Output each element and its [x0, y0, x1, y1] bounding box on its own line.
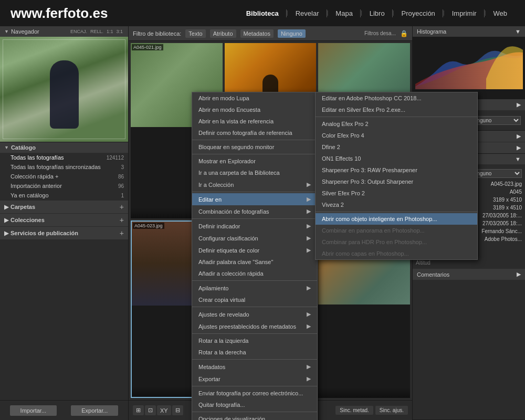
menu-lock-monitor[interactable]: Bloquear en segundo monitor	[192, 141, 317, 153]
menu-open-ref[interactable]: Abrir en la vista de referencia	[192, 116, 317, 127]
filter-none-btn[interactable]: Ninguno	[278, 29, 306, 38]
comments-header[interactable]: Comentarios ▶	[413, 269, 525, 280]
histogram-svg	[413, 37, 525, 89]
sync-ajus-btn[interactable]: Sinc. ajus.	[375, 406, 408, 415]
survey-view-btn[interactable]: ⊟	[172, 405, 183, 415]
main-nav: Biblioteca | Revelar | Mapa | Libro | Pr…	[239, 9, 514, 17]
menu-go-collection[interactable]: Ir a Colección ▶	[192, 178, 317, 191]
catalog-section: ▼ Catálogo Todas las fotografías 124112 …	[0, 142, 128, 400]
histogram-panel: Histograma ▼	[413, 26, 525, 99]
menu-meta-presets[interactable]: Ajustes preestablecidos de metadatos ▶	[192, 320, 317, 332]
menu-rotate-left[interactable]: Rotar a la izquierda	[192, 335, 317, 346]
submenu-silver-efex[interactable]: Editar en Silver Efex Pro 2.exe...	[316, 104, 477, 116]
submenu-analog[interactable]: Analog Efex Pro 2	[316, 118, 477, 130]
catalog-synced[interactable]: Todas las fotografías sincronizadas 3	[0, 162, 128, 172]
navigator-preview	[0, 37, 128, 142]
folders-add-btn[interactable]: +	[120, 203, 124, 211]
catalog-quick[interactable]: Colección rápida + 86	[0, 172, 128, 181]
catalog-previous[interactable]: Importación anterior 96	[0, 181, 128, 191]
navigator-section: ▼ Navegador ENCAJ. RELL. 1:1 3:1	[0, 26, 128, 142]
nav-libro[interactable]: Libro	[362, 9, 393, 17]
collections-add-btn[interactable]: +	[120, 216, 124, 224]
catalog-in-catalog[interactable]: Ya en catálogo 1	[0, 191, 128, 200]
menu-create-virtual[interactable]: Crear copia virtual	[192, 294, 317, 306]
arrow-icon-develop: ▶	[307, 311, 311, 318]
zoom-controls: ENCAJ. RELL. 1:1 3:1	[69, 29, 124, 34]
grid-view-btn[interactable]: ⊞	[133, 405, 144, 415]
filter-metadata-btn[interactable]: Metadatos	[240, 29, 274, 38]
left-panel: ▼ Navegador ENCAJ. RELL. 1:1 3:1	[0, 26, 129, 420]
submenu-smart-object[interactable]: Abrir como objeto inteligente en Photosh…	[316, 213, 477, 225]
nav-mapa[interactable]: Mapa	[328, 9, 361, 17]
menu-remove-photo[interactable]: Quitar fotografía...	[192, 399, 317, 411]
nav-biblioteca[interactable]: Biblioteca	[239, 9, 287, 17]
catalog-header[interactable]: ▼ Catálogo	[0, 142, 128, 153]
metadata-icon: ▼	[515, 156, 521, 162]
submenu-sharpener-output[interactable]: Sharpener Pro 3: Output Sharpener	[316, 176, 477, 187]
histogram-header[interactable]: Histograma ▼	[413, 26, 525, 37]
submenu-dfine[interactable]: Dfine 2	[316, 141, 477, 153]
menu-edit-in[interactable]: Editar en ▶	[192, 193, 317, 205]
catalog-all-photos[interactable]: Todas las fotografías 124112	[0, 153, 128, 162]
sep-3	[192, 192, 317, 192]
menu-add-keyword[interactable]: Añadir palabra clave "Sanse"	[192, 256, 317, 268]
nav-web[interactable]: Web	[486, 9, 515, 17]
filter-text-btn[interactable]: Texto	[185, 29, 205, 38]
menu-send-email[interactable]: Enviar fotografía por correo electrónico…	[192, 387, 317, 399]
sync-meta-btn[interactable]: Sinc. metad.	[335, 406, 373, 415]
menu-define-color[interactable]: Definir etiqueta de color ▶	[192, 244, 317, 256]
photo-label-1: A045-021.jpg	[132, 44, 163, 50]
navigator-header[interactable]: ▼ Navegador ENCAJ. RELL. 1:1 3:1	[0, 26, 128, 37]
publish-header[interactable]: ▶ Servicios de publicación +	[0, 227, 128, 239]
histogram-canvas	[413, 37, 525, 89]
sep-7	[192, 333, 317, 334]
zoom-3-1[interactable]: 3:1	[115, 29, 124, 34]
menu-metadata[interactable]: Metadatos ▶	[192, 361, 317, 373]
sep-5	[192, 280, 317, 281]
publish-add-btn[interactable]: +	[120, 229, 124, 237]
filters-desc: Filtros desa...	[364, 30, 396, 36]
nav-imprimir[interactable]: Imprimir	[445, 9, 485, 17]
zoom-1-1[interactable]: 1:1	[106, 29, 114, 34]
bottom-buttons: Importar... Exportar...	[0, 400, 128, 420]
photo-label-4: A045-023.jpg	[133, 223, 164, 229]
filter-attribute-btn[interactable]: Atributo	[210, 29, 236, 38]
menu-rotate-right[interactable]: Rotar a la derecha	[192, 346, 317, 358]
loupe-view-btn[interactable]: ⊡	[145, 405, 156, 415]
context-menu: Abrir en modo Lupa Abrir en modo Encuest…	[192, 92, 318, 420]
compare-view-btn[interactable]: XY	[157, 405, 171, 415]
menu-export[interactable]: Exportar ▶	[192, 373, 317, 385]
submenu-sharpener-raw[interactable]: Sharpener Pro 3: RAW Presharpener	[316, 164, 477, 176]
menu-combination[interactable]: Combinación de fotografías ▶	[192, 205, 317, 217]
menu-config-rating[interactable]: Configurar clasificación ▶	[192, 232, 317, 244]
menu-go-library[interactable]: Ir a una carpeta de la Biblioteca	[192, 167, 317, 178]
arrow-icon-export: ▶	[307, 375, 311, 382]
submenu-silver-efex-2[interactable]: Silver Efex Pro 2	[316, 187, 477, 199]
view-icons: ⊞ ⊡ XY ⊟	[133, 405, 183, 415]
zoom-rell[interactable]: RELL.	[89, 29, 104, 34]
arrow-icon-meta: ▶	[307, 323, 311, 330]
menu-define-indicator[interactable]: Definir indicador ▶	[192, 220, 317, 232]
menu-develop-settings[interactable]: Ajustes de revelado ▶	[192, 308, 317, 320]
menu-view-options[interactable]: Opciones de visualización...	[192, 413, 317, 420]
menu-open-encuesta[interactable]: Abrir en modo Encuesta	[192, 104, 317, 116]
import-button[interactable]: Importar...	[10, 405, 57, 416]
folders-header[interactable]: ▶ Carpetas +	[0, 201, 128, 213]
menu-show-explorer[interactable]: Mostrar en Explorador	[192, 155, 317, 167]
menu-open-lupa[interactable]: Abrir en modo Lupa	[192, 92, 317, 104]
collections-header[interactable]: ▶ Colecciones +	[0, 214, 128, 226]
submenu-viveza[interactable]: Viveza 2	[316, 199, 477, 211]
zoom-encaj[interactable]: ENCAJ.	[69, 29, 88, 34]
nav-revelar[interactable]: Revelar	[288, 9, 327, 17]
menu-stack[interactable]: Apilamiento ▶	[192, 282, 317, 294]
submenu-color-efex[interactable]: Color Efex Pro 4	[316, 130, 477, 141]
quick-develop-icon: ▶	[517, 101, 521, 108]
submenu-layers: Abrir como capas en Photoshop...	[316, 248, 477, 259]
menu-add-quick[interactable]: Añadir a colección rápida	[192, 268, 317, 279]
nav-proyeccion[interactable]: Proyección	[394, 9, 443, 17]
submenu-on1[interactable]: ON1 Effects 10	[316, 153, 477, 164]
menu-define-ref[interactable]: Definir como fotografía de referencia	[192, 127, 317, 139]
arrow-icon-indicator: ▶	[307, 223, 311, 229]
submenu-photoshop[interactable]: Editar en Adobe Photoshop CC 2018...	[316, 92, 477, 104]
export-button[interactable]: Exportar...	[71, 405, 118, 416]
